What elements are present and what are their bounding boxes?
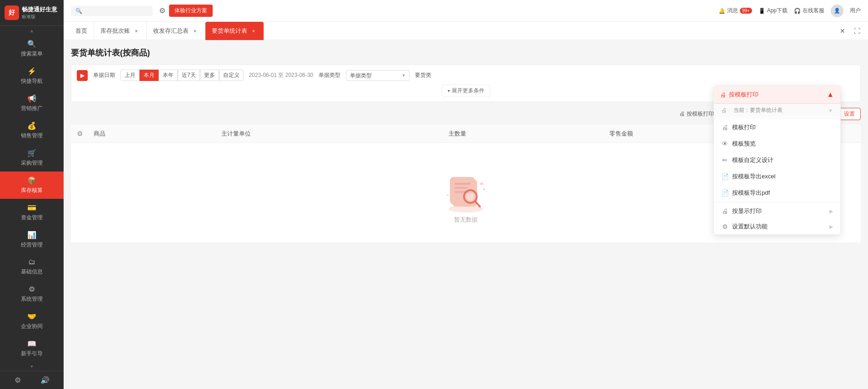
settings-icon[interactable]: ⚙: [159, 6, 165, 15]
dropdown-title: 按模板打印: [729, 91, 758, 99]
sidebar-item-marketing[interactable]: 📢 营销推广: [0, 90, 64, 117]
sidebar-item-guide[interactable]: 📖 新手引导: [0, 335, 64, 362]
money-icon: 💰: [27, 121, 36, 130]
template-preview-icon: 👁: [721, 140, 728, 147]
sidebar-sound-icon[interactable]: 🔊: [40, 376, 50, 384]
date-more-btn[interactable]: 更多: [200, 70, 219, 81]
sidebar-scroll-down[interactable]: ▼: [0, 362, 64, 371]
dropdown-divider-2: [714, 202, 840, 202]
template-custom-label: 模板自定义设计: [732, 156, 833, 164]
sidebar-settings-icon[interactable]: ⚙: [15, 376, 21, 384]
user-avatar[interactable]: 👤: [831, 5, 843, 17]
date-toggle-group: 上月 本月 本年 近7天 更多 自定义: [120, 70, 244, 81]
chevron-down-icon: ▾: [448, 88, 450, 93]
template-preview-item[interactable]: 👁 模板预览: [714, 136, 840, 152]
filter-expand-icon[interactable]: ▶: [77, 70, 88, 81]
tab-order-stats[interactable]: 要货单统计表 ×: [205, 22, 264, 40]
settings-button[interactable]: 设置: [838, 108, 861, 120]
sidebar-item-label: 采购管理: [21, 159, 43, 167]
top-search-box[interactable]: 🔍: [71, 6, 153, 16]
template-print-item[interactable]: 🖨 模板打印: [714, 119, 840, 136]
industry-solution-button[interactable]: 体验行业方案: [169, 5, 213, 17]
box-icon: 📦: [27, 176, 36, 185]
tab-receipt-summary[interactable]: 收发存汇总表 ×: [147, 22, 205, 40]
user-name[interactable]: 用户: [850, 7, 861, 15]
current-label-icon: 🖨: [721, 107, 727, 114]
date-current-month-btn[interactable]: 本月: [140, 70, 159, 81]
top-bar: 🔍 ⚙ 体验行业方案 🔔 消息 99+ 📱 App下载 🎧 在线客服 👤: [64, 0, 868, 22]
tab-home[interactable]: 首页: [69, 22, 94, 40]
template-custom-icon: ✏: [721, 157, 728, 164]
pdf-icon: 📄: [721, 189, 728, 197]
sidebar-item-basic[interactable]: 🗂 基础信息: [0, 253, 64, 280]
dropdown-close-icon[interactable]: ▲: [827, 91, 834, 99]
product-column-header: 商品: [88, 125, 216, 143]
tab-receipt-summary-close[interactable]: ×: [191, 27, 199, 35]
current-template-text: 当前：要货单统计表: [733, 106, 783, 114]
date-current-year-btn[interactable]: 本年: [159, 70, 178, 81]
display-print-icon: 🖨: [721, 207, 728, 215]
date-custom-btn[interactable]: 自定义: [219, 70, 244, 81]
sidebar-item-enterprise[interactable]: 🤝 企业协同: [0, 308, 64, 335]
tab-receipt-summary-label: 收发存汇总表: [153, 27, 189, 35]
tab-maximize-button[interactable]: ⛶: [852, 25, 863, 36]
notifications-item[interactable]: 🔔 消息 99+: [718, 7, 752, 15]
sidebar-item-label: 销售管理: [21, 132, 43, 140]
main-area: 🔍 ⚙ 体验行业方案 🔔 消息 99+ 📱 App下载 🎧 在线客服 👤: [64, 0, 868, 389]
template-export-pdf-label: 按模板导出pdf: [732, 189, 833, 197]
sidebar-item-label: 快捷导航: [21, 77, 43, 85]
template-print-label: 模板打印: [732, 123, 833, 131]
set-default-item[interactable]: ⚙ 设置默认功能 ▶: [714, 219, 840, 234]
app-download-item[interactable]: 📱 App下载: [758, 7, 788, 15]
sidebar-item-purchase[interactable]: 🛒 采购管理: [0, 144, 64, 172]
type-select[interactable]: 单据类型: [346, 70, 409, 81]
sidebar-item-label: 系统管理: [21, 295, 43, 303]
sidebar-item-inventory[interactable]: 📦 库存核算: [0, 172, 64, 199]
tab-order-stats-close[interactable]: ×: [250, 27, 257, 35]
date-7days-btn[interactable]: 近7天: [178, 70, 200, 81]
sidebar-item-shortcut[interactable]: ⚡ 快捷导航: [0, 62, 64, 90]
print-header-icon: 🖨: [720, 91, 726, 98]
svg-point-9: [480, 182, 483, 185]
tab-inventory-batch-close[interactable]: ×: [133, 27, 140, 35]
tab-order-stats-label: 要货单统计表: [212, 27, 247, 35]
mobile-icon: 📱: [758, 8, 765, 14]
sidebar-item-system[interactable]: ⚙ 系统管理: [0, 280, 64, 308]
template-preview-label: 模板预览: [732, 140, 833, 148]
type-select-wrapper: 单据类型 ▼: [346, 70, 409, 81]
template-export-pdf-item[interactable]: 📄 按模板导出pdf: [714, 185, 840, 201]
display-print-item[interactable]: 🖨 按显示打印 ▶: [714, 203, 840, 219]
display-print-label: 按显示打印: [732, 207, 826, 215]
table-settings-header: ⚙: [71, 125, 89, 143]
sidebar-item-finance[interactable]: 💳 资金管理: [0, 199, 64, 226]
current-template-label: 🖨 当前：要货单统计表 ▼: [714, 104, 840, 117]
template-custom-item[interactable]: ✏ 模板自定义设计: [714, 152, 840, 168]
sidebar-item-label: 搜索菜单: [21, 50, 43, 58]
tab-bar-end: ✕ ⛶: [837, 25, 863, 36]
column-settings-icon[interactable]: ⚙: [77, 130, 83, 137]
search-icon: 🔍: [27, 40, 36, 48]
bell-icon: 🔔: [718, 8, 725, 14]
sidebar-footer: ⚙ 🔊: [0, 371, 64, 389]
sidebar-item-sales[interactable]: 💰 销售管理: [0, 117, 64, 144]
set-default-icon: ⚙: [721, 223, 728, 230]
online-service-item[interactable]: 🎧 在线客服: [794, 7, 824, 15]
sidebar-item-label: 库存核算: [21, 187, 43, 194]
date-prev-month-btn[interactable]: 上月: [120, 70, 140, 81]
empty-illustration: [441, 170, 491, 216]
tab-close-all-button[interactable]: ✕: [837, 25, 848, 36]
sidebar-item-operation[interactable]: 📊 经营管理: [0, 226, 64, 253]
svg-point-10: [483, 188, 485, 190]
megaphone-icon: 📢: [27, 94, 36, 103]
tab-inventory-batch[interactable]: 库存批次账 ×: [94, 22, 147, 40]
template-export-excel-item[interactable]: 📄 按模板导出excel: [714, 168, 840, 185]
expand-more-btn[interactable]: ▾ 展开更多条件: [442, 85, 490, 97]
sidebar-scroll-up[interactable]: ▲: [0, 26, 64, 35]
app-logo: 好 畅捷通好生意 标准版: [0, 0, 64, 26]
set-default-arrow: ▶: [829, 224, 833, 230]
sidebar-item-label: 营销推广: [21, 105, 43, 112]
sidebar-nav: 🔍 搜索菜单 ⚡ 快捷导航 📢 营销推广 💰 销售管理 🛒 采购管理 📦 库存核…: [0, 35, 64, 362]
sidebar-item-search[interactable]: 🔍 搜索菜单: [0, 35, 64, 62]
template-export-excel-label: 按模板导出excel: [732, 172, 833, 181]
display-print-arrow: ▶: [829, 208, 833, 214]
